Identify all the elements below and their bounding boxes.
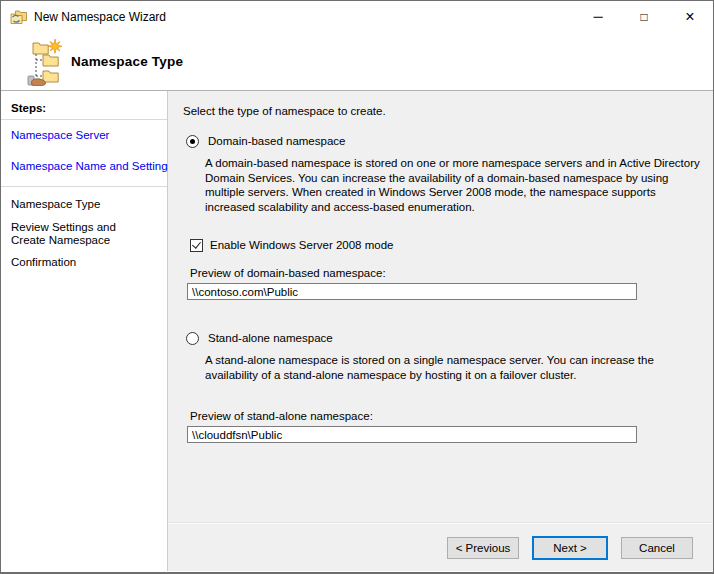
main-panel: Select the type of namespace to create. … [168,91,713,571]
domain-preview-field[interactable] [187,283,637,300]
stand-alone-preview-field[interactable] [187,426,637,443]
domain-based-description: A domain-based namespace is stored on on… [205,156,700,214]
steps-sidebar: Steps: Namespace Server Namespace Name a… [1,91,168,571]
domain-based-radio[interactable] [186,135,199,148]
domain-preview-label: Preview of domain-based namespace: [190,266,713,280]
sidebar-item-review-settings-and-create-namespace: Review Settings and Create Namespace [1,221,167,247]
next-button[interactable]: Next > [532,536,608,560]
close-icon: × [685,8,694,26]
previous-button[interactable]: < Previous [447,537,519,559]
page-title: Namespace Type [71,54,183,69]
stand-alone-radio[interactable] [186,332,199,345]
stand-alone-preview-label: Preview of stand-alone namespace: [190,409,713,423]
minimize-button[interactable]: ─ [575,1,621,33]
new-namespace-wizard-window: New Namespace Wizard ─ □ × Namespace Typ… [0,0,714,574]
stand-alone-radio-label[interactable]: Stand-alone namespace [208,331,333,345]
sidebar-item-confirmation: Confirmation [1,256,167,269]
minimize-icon: ─ [593,9,602,24]
wizard-header: Namespace Type [1,33,713,91]
sidebar-item-namespace-type: Namespace Type [1,198,167,211]
window-controls: ─ □ × [575,1,713,33]
namespace-folder-tree-icon [27,38,65,86]
current-step-separator [1,186,167,187]
cancel-button[interactable]: Cancel [621,537,693,559]
sidebar-item-namespace-name-and-settings[interactable]: Namespace Name and Settings [1,160,167,173]
domain-based-radio-label[interactable]: Domain-based namespace [208,134,345,148]
maximize-button[interactable]: □ [621,1,667,33]
domain-based-option-row: Domain-based namespace [183,134,713,148]
intro-text: Select the type of namespace to create. [183,104,713,118]
steps-heading: Steps: [1,102,167,114]
dfs-namespace-folders-icon [10,10,27,25]
enable-2008-mode-label[interactable]: Enable Windows Server 2008 mode [210,238,393,252]
wizard-body: Steps: Namespace Server Namespace Name a… [1,91,713,571]
enable-2008-mode-checkbox[interactable] [190,239,203,252]
server-2008-mode-row: Enable Windows Server 2008 mode [190,238,713,252]
sidebar-item-namespace-server[interactable]: Namespace Server [1,129,167,142]
window-title: New Namespace Wizard [34,10,575,24]
close-button[interactable]: × [667,1,713,33]
steps-separator [1,119,167,120]
stand-alone-option-row: Stand-alone namespace [183,331,713,345]
title-bar[interactable]: New Namespace Wizard ─ □ × [1,1,713,33]
stand-alone-description: A stand-alone namespace is stored on a s… [205,353,675,382]
button-bar: < Previous Next > Cancel [168,523,713,571]
radio-dot [190,139,195,144]
maximize-icon: □ [640,10,647,24]
